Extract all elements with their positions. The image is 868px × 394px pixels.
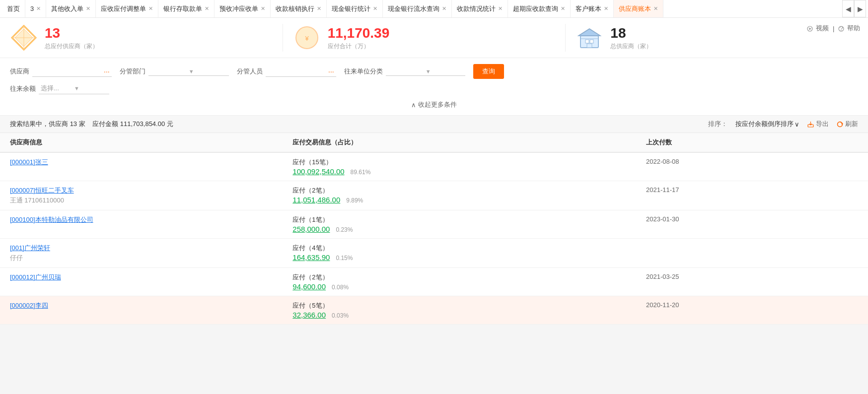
row3-payable-label: 应付（1笔）	[292, 215, 646, 224]
category-dropdown-icon: ▼	[426, 68, 463, 74]
other-income-close-icon[interactable]: ✕	[86, 5, 90, 12]
summary-card2-text: 11,170.39 应付合计（万）	[328, 25, 390, 51]
nav-tab-3[interactable]: 3 ✕	[25, 0, 46, 17]
prepay-close-icon[interactable]: ✕	[261, 5, 265, 12]
row4-payable-label: 应付（4笔）	[292, 244, 646, 253]
person-dots-icon[interactable]: ···	[328, 67, 334, 75]
diamond-icon	[10, 24, 38, 52]
row6-supplier-col: [000002]李四	[10, 301, 292, 310]
row2-payable-row: 11,051,486.00 9.89%	[292, 195, 646, 204]
balance-select[interactable]: 选择... ▼	[39, 83, 109, 94]
collection-review-close-icon[interactable]: ✕	[317, 5, 321, 12]
col-header-lastpay: 上次付数	[646, 138, 858, 147]
nav-tab-payable-adjust[interactable]: 应收应付调整单 ✕	[96, 0, 158, 17]
nav-left-arrow[interactable]: ◀	[842, 0, 854, 17]
nav-right-arrow[interactable]: ▶	[854, 0, 866, 17]
sort-value-button[interactable]: 按应付余额倒序排序 ∨	[735, 120, 799, 129]
nav-tab-collection-stat[interactable]: 收款情况统计 ✕	[452, 0, 508, 17]
payable-adjust-close-icon[interactable]: ✕	[148, 5, 153, 12]
person-input-wrap: ···	[266, 66, 336, 77]
results-amount: 111,703,854.00	[120, 120, 165, 128]
nav-tab-prepay[interactable]: 预收冲应收单 ✕	[215, 0, 271, 17]
summary-card1-text: 13 总应付供应商（家）	[45, 25, 98, 51]
nav-tab-other-income[interactable]: 其他收入单 ✕	[46, 0, 96, 17]
nav-tab-collection-review[interactable]: 收款核销执行 ✕	[271, 0, 327, 17]
help-link[interactable]: ? 帮助	[838, 24, 860, 33]
dept-select[interactable]: ▼	[148, 67, 229, 76]
tab-3-close-icon[interactable]: ✕	[36, 5, 41, 12]
row5-supplier-link[interactable]: [000012]广州贝瑞	[10, 273, 292, 282]
svg-rect-12	[585, 40, 589, 43]
row1-payable-amount[interactable]: 100,092,540.00	[292, 167, 344, 176]
row3-supplier-link[interactable]: [000100]本特勒油品有限公司	[10, 215, 292, 224]
video-link[interactable]: 视频	[807, 24, 829, 33]
overdue-query-label: 超期应收款查询	[513, 4, 558, 13]
row6-payable-amount[interactable]: 32,366.00	[292, 311, 326, 319]
total-suppliers-label: 总供应商（家）	[610, 42, 652, 51]
svg-marker-17	[809, 27, 812, 30]
collapse-filters-button[interactable]: ∧ 收起更多条件	[405, 98, 463, 111]
category-select[interactable]: ▼	[386, 67, 465, 76]
nav-tab-cash-bank-stat[interactable]: 现金银行统计 ✕	[327, 0, 383, 17]
row1-supplier-link[interactable]: [000001]张三	[10, 158, 292, 167]
person-input[interactable]	[268, 67, 328, 75]
dept-dropdown-icon: ▼	[189, 68, 227, 74]
table-row-2[interactable]: [000007]恒旺二手叉车 王通 17106110000 应付（2笔） 11,…	[0, 181, 868, 210]
export-button[interactable]: 导出	[807, 120, 829, 129]
customer-account-close-icon[interactable]: ✕	[604, 5, 608, 12]
results-actions: 排序： 按应付余额倒序排序 ∨ 导出 刷新	[708, 120, 858, 129]
nav-tab-overdue-query[interactable]: 超期应收款查询 ✕	[508, 0, 571, 17]
supplier-dots-icon[interactable]: ···	[104, 67, 110, 75]
nav-tab-home[interactable]: 首页	[2, 0, 25, 17]
nav-tab-supplier-account[interactable]: 供应商账本 ✕	[614, 0, 663, 17]
prepay-label: 预收冲应收单	[219, 4, 258, 13]
supplier-account-close-icon[interactable]: ✕	[653, 5, 658, 12]
nav-tab-cash-bank-flow[interactable]: 现金银行流水查询 ✕	[383, 0, 452, 17]
query-button[interactable]: 查询	[473, 64, 504, 79]
row4-supplier-link[interactable]: [001]广州荣轩	[10, 244, 292, 253]
summary-card-total-payable-suppliers: 13 总应付供应商（家）	[10, 24, 283, 52]
overdue-query-close-icon[interactable]: ✕	[561, 5, 565, 12]
svg-marker-11	[579, 29, 600, 36]
table-row-4[interactable]: [001]广州荣轩 仔仔 应付（4笔） 164,635.90 0.15%	[0, 239, 868, 268]
refresh-icon	[837, 121, 843, 128]
top-navigation: 首页 3 ✕ 其他收入单 ✕ 应收应付调整单 ✕ 银行存取款单 ✕ 预收冲应收单…	[0, 0, 868, 18]
table-row-6[interactable]: [000002]李四 应付（5笔） 32,366.00 0.03% 2020-1…	[0, 296, 868, 325]
row6-supplier-link[interactable]: [000002]李四	[10, 301, 292, 310]
row2-payable-amount[interactable]: 11,051,486.00	[292, 196, 340, 204]
row3-lastpay-col: 2023-01-30	[646, 215, 858, 223]
row4-payable-col: 应付（4笔） 164,635.90 0.15%	[292, 244, 646, 262]
cash-bank-flow-close-icon[interactable]: ✕	[442, 5, 446, 12]
supplier-input[interactable]	[34, 67, 104, 75]
row3-payable-amount[interactable]: 258,000.00	[292, 225, 330, 233]
row3-payable-percent: 0.23%	[336, 226, 353, 233]
svg-rect-13	[590, 40, 593, 43]
filter-row-1: 供应商 ··· 分管部门 ▼ 分管人员 ··· 往来单位分类	[10, 64, 858, 79]
filter-dept: 分管部门 ▼	[120, 67, 229, 76]
table-row-3[interactable]: [000100]本特勒油品有限公司 应付（1笔） 258,000.00 0.23…	[0, 210, 868, 239]
row5-lastpay-col: 2021-03-25	[646, 273, 858, 280]
row1-payable-col: 应付（15笔） 100,092,540.00 89.61%	[292, 158, 646, 176]
row5-payable-amount[interactable]: 94,600.00	[292, 282, 326, 291]
row4-payable-amount[interactable]: 164,635.90	[292, 253, 330, 262]
row2-supplier-link[interactable]: [000007]恒旺二手叉车	[10, 186, 292, 195]
filter-row-2: 往来余额 选择... ▼	[10, 83, 858, 94]
payable-total-number: 11,170.39	[328, 25, 390, 42]
table-row-1[interactable]: [000001]张三 应付（15笔） 100,092,540.00 89.61%…	[0, 153, 868, 181]
payable-total-label: 应付合计（万）	[328, 42, 390, 51]
svg-rect-14	[587, 44, 592, 48]
cash-bank-stat-close-icon[interactable]: ✕	[373, 5, 377, 12]
nav-tab-customer-account[interactable]: 客户账本 ✕	[571, 0, 614, 17]
person-filter-label: 分管人员	[237, 67, 263, 76]
filter-balance: 往来余额 选择... ▼	[10, 83, 109, 94]
total-payable-suppliers-number: 13	[45, 25, 98, 42]
table-row-5[interactable]: [000012]广州贝瑞 应付（2笔） 94,600.00 0.08% 2021…	[0, 268, 868, 296]
other-income-label: 其他收入单	[51, 4, 83, 13]
total-payable-suppliers-label: 总应付供应商（家）	[45, 42, 98, 51]
nav-tab-bank-deposit[interactable]: 银行存取款单 ✕	[158, 0, 215, 17]
refresh-button[interactable]: 刷新	[837, 120, 858, 129]
collection-stat-close-icon[interactable]: ✕	[498, 5, 503, 12]
tab-3-label: 3	[30, 5, 34, 12]
supplier-filter-label: 供应商	[10, 67, 29, 76]
bank-deposit-close-icon[interactable]: ✕	[205, 5, 209, 12]
